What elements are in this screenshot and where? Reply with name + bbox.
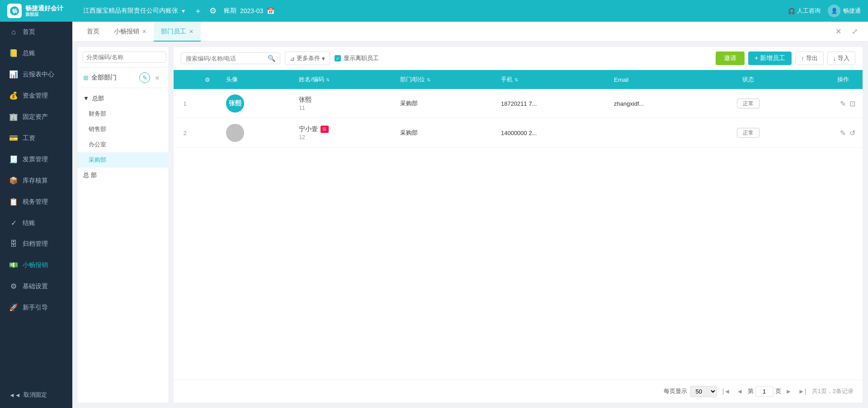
dept-edit-btn[interactable]: ✎ xyxy=(139,72,150,83)
employee-toolbar: 🔍 ⊿ 更多条件 ▾ ✓ 显示离职员工 邀请 + 新增员工 xyxy=(174,47,863,70)
user-name: 畅捷通 xyxy=(843,7,861,15)
row1-actions: ✎ ⊡ xyxy=(790,89,863,118)
row1-op-btns: ✎ ⊡ xyxy=(797,99,855,108)
company-selector[interactable]: 江西服宝精品有限责任公司内账张 ▾ xyxy=(83,7,185,15)
tab-close-btn[interactable]: ✕ xyxy=(832,25,844,38)
period-info: 账期 2023-03 📅 xyxy=(224,7,274,15)
sidebar-label-ledger: 总账 xyxy=(23,49,35,57)
dropdown-icon: ▾ xyxy=(182,7,185,14)
sidebar-item-funds[interactable]: 💰 资金管理 xyxy=(0,85,72,106)
import-btn[interactable]: ↓ 导入 xyxy=(827,52,856,65)
row1-more-btn[interactable]: ⊡ xyxy=(849,99,855,108)
sidebar-item-expense[interactable]: 💵 小畅报销 xyxy=(0,254,72,276)
ai-service-btn[interactable]: 🎧 人工咨询 xyxy=(788,7,821,15)
dept-tree-item-purchase[interactable]: 采购部 xyxy=(78,152,168,168)
dept-tree-item-finance[interactable]: 财务部 xyxy=(78,106,168,122)
row1-email: zhangxidf... xyxy=(607,89,707,118)
total-info: 共1页，2条记录 xyxy=(812,387,854,395)
tab-dept[interactable]: 部门员工 ✕ xyxy=(154,22,201,42)
page-input[interactable] xyxy=(755,386,774,397)
dept-all-btn[interactable]: ⊞ 全部部门 xyxy=(83,74,136,82)
cancel-pin-btn[interactable]: ◄◄ 取消固定 xyxy=(7,387,65,403)
sidebar-bottom: ◄◄ 取消固定 xyxy=(0,382,72,408)
row2-status: 正常 xyxy=(707,118,790,148)
dept-collapse-btn[interactable]: « xyxy=(152,72,163,83)
export-btn[interactable]: ↑ 导出 xyxy=(795,52,824,65)
dept-tree-parent-general[interactable]: 总 部 xyxy=(78,168,168,183)
checkbox-icon: ✓ xyxy=(335,55,341,61)
svg-text:畅: 畅 xyxy=(12,8,17,14)
invite-btn[interactable]: 邀请 xyxy=(716,52,745,65)
show-resigned-label: 显示离职员工 xyxy=(344,54,379,62)
app-title: 畅捷通好会计 xyxy=(25,5,63,12)
dept-tree-parent-hq[interactable]: ▼ 总部 xyxy=(78,91,168,106)
add-employee-btn[interactable]: + 新增员工 xyxy=(748,52,792,65)
sidebar-item-assets[interactable]: 🏢 固定资产 xyxy=(0,106,72,127)
filter-icon: ⊿ xyxy=(290,55,295,62)
assets-icon: 🏢 xyxy=(9,113,18,121)
col-name[interactable]: 姓名/编码 ⇅ xyxy=(292,70,392,89)
row2-edit-btn[interactable]: ✎ xyxy=(840,129,846,137)
more-filter-btn[interactable]: ⊿ 更多条件 ▾ xyxy=(285,52,330,65)
employee-search-icon[interactable]: 🔍 xyxy=(268,55,275,62)
dept-tree-item-sales[interactable]: 销售部 xyxy=(78,122,168,137)
sidebar-item-inventory[interactable]: 📦 库存核算 xyxy=(0,170,72,191)
app-subtitle: 旗舰版 xyxy=(25,12,63,17)
col-phone[interactable]: 手机 ⇅ xyxy=(494,70,607,89)
sidebar-item-ledger[interactable]: 📒 总账 xyxy=(0,42,72,64)
sidebar-item-home[interactable]: ⌂ 首页 xyxy=(0,22,72,42)
table-head: ⚙ 头像 姓名/编码 ⇅ 部门/ xyxy=(174,70,863,89)
sidebar-label-archive: 归档管理 xyxy=(23,240,48,248)
show-resigned-checkbox[interactable]: ✓ 显示离职员工 xyxy=(335,54,379,62)
row2-avatar xyxy=(219,118,292,148)
page-next-btn[interactable]: ► xyxy=(783,385,795,397)
sidebar-item-settings[interactable]: ⚙ 基础设置 xyxy=(0,276,72,297)
tab-expense[interactable]: 小畅报销 ✕ xyxy=(107,22,154,42)
sidebar-label-home: 首页 xyxy=(23,28,35,36)
sidebar-item-closing[interactable]: ✓ 结账 xyxy=(0,212,72,234)
tab-right: ✕ ⤢ xyxy=(832,25,861,38)
dept-search-input[interactable] xyxy=(82,52,166,63)
sidebar-item-archive[interactable]: 🗄 归档管理 xyxy=(0,234,72,254)
avatar-ningxiaoyi xyxy=(226,124,244,142)
employee-table: ⚙ 头像 姓名/编码 ⇅ 部门/ xyxy=(174,70,863,380)
page-first-btn[interactable]: |◄ xyxy=(721,385,732,397)
calendar-icon[interactable]: 📅 xyxy=(267,7,274,14)
invoice-icon: 🧾 xyxy=(9,155,18,164)
sidebar-item-guide[interactable]: 🚀 新手引导 xyxy=(0,297,72,318)
page-last-btn[interactable]: ►| xyxy=(797,385,808,397)
phone-sort-icon: ⇅ xyxy=(514,77,518,82)
settings-sidebar-icon: ⚙ xyxy=(9,282,18,291)
tab-expand-btn[interactable]: ⤢ xyxy=(848,25,861,38)
sidebar-item-reports[interactable]: 📊 云报表中心 xyxy=(0,64,72,85)
row2-reset-btn[interactable]: ↺ xyxy=(849,129,855,137)
avatar-zhangxi: 张熙 xyxy=(226,94,244,113)
page-nav: |◄ ◄ 第 页 ► ►| xyxy=(721,385,808,397)
col-gear[interactable]: ⚙ xyxy=(196,70,219,89)
ai-service-label: 人工咨询 xyxy=(797,7,821,15)
add-icon[interactable]: ＋ xyxy=(194,5,202,16)
row1-status: 正常 xyxy=(707,89,790,118)
col-num xyxy=(174,70,196,89)
period-value: 2023-03 xyxy=(240,7,263,14)
dept-tree-item-office[interactable]: 办公室 xyxy=(78,137,168,152)
sidebar-label-expense: 小畅报销 xyxy=(23,261,48,269)
page-prev-btn[interactable]: ◄ xyxy=(734,385,746,397)
col-dept[interactable]: 部门/职位 ⇅ xyxy=(393,70,494,89)
tab-home[interactable]: 首页 xyxy=(80,22,107,42)
employee-search-input[interactable] xyxy=(186,55,265,62)
sidebar-item-tax[interactable]: 📋 税务管理 xyxy=(0,191,72,212)
per-page-select[interactable]: 10 20 50 100 xyxy=(690,386,717,397)
row1-edit-btn[interactable]: ✎ xyxy=(840,99,846,108)
settings-icon[interactable]: ⚙ xyxy=(209,6,217,16)
row1-dept: 采购部 xyxy=(393,89,494,118)
row1-gear xyxy=(196,89,219,118)
sidebar-item-salary[interactable]: 💳 工资 xyxy=(0,127,72,149)
tab-dept-label: 部门员工 xyxy=(161,28,186,36)
tab-dept-close[interactable]: ✕ xyxy=(189,28,193,35)
sidebar-item-invoice[interactable]: 🧾 发票管理 xyxy=(0,149,72,170)
page-content: 🔍 ⊞ 全部部门 ✎ « ▼ 总部 xyxy=(72,42,868,408)
tab-expense-close[interactable]: ✕ xyxy=(142,28,146,35)
row2-dept: 采购部 xyxy=(393,118,494,148)
pin-icon: ◄◄ xyxy=(9,392,21,399)
